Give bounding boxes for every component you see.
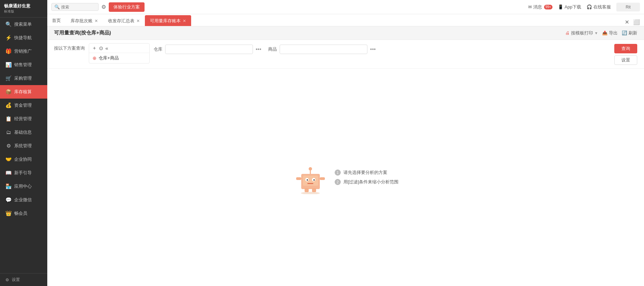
sidebar-item-label: 基础信息 <box>14 129 32 135</box>
message-button[interactable]: ✉ 消息 99+ <box>528 4 552 10</box>
topbar-search-box[interactable]: 🔍 <box>51 3 99 11</box>
sidebar-item-label: 库存核算 <box>14 89 32 95</box>
online-service-icon: 🎧 <box>587 4 592 9</box>
sidebar-item-label: 新手引导 <box>14 170 32 176</box>
goods-label: 商品 <box>268 46 277 52</box>
scheme-add-button[interactable]: ＋ <box>92 45 97 51</box>
sidebar-item-quick-nav[interactable]: ⚡ 快捷导航 <box>0 31 47 45</box>
setting-button[interactable]: 设置 <box>614 55 637 65</box>
brand-name: 畅康通好生意 <box>4 3 43 9</box>
app-download-button[interactable]: 📱 App下载 <box>558 4 581 10</box>
sidebar-item-purchase[interactable]: 🛒 采购管理 <box>0 72 47 85</box>
online-service-button[interactable]: 🎧 在线客服 <box>587 4 611 10</box>
sidebar-item-system[interactable]: ⚙ 系统管理 <box>0 139 47 153</box>
print-dropdown-icon[interactable]: ▼ <box>594 31 598 35</box>
tab-expand-button[interactable]: ⬜ <box>632 18 641 26</box>
warehouse-field-group: 仓库 ••• <box>154 45 261 54</box>
topbar-search-input[interactable] <box>61 5 95 9</box>
refresh-action[interactable]: 🔄 刷新 <box>622 30 637 36</box>
sidebar-item-member[interactable]: 👑 畅会员 <box>0 207 47 220</box>
scheme-collapse-button[interactable]: « <box>105 45 108 51</box>
goods-dots-button[interactable]: ••• <box>370 46 376 52</box>
sidebar-item-operations[interactable]: 📋 经营管理 <box>0 112 47 126</box>
empty-tip-2: 2 用[过滤]条件来缩小分析范围 <box>335 179 398 185</box>
weixin-icon: 💬 <box>5 197 11 203</box>
tab-close-button[interactable]: ✕ <box>623 18 630 26</box>
tip-text-1: 请先选择要分析的方案 <box>343 170 387 176</box>
trial-button[interactable]: 体验行业方案 <box>109 2 145 12</box>
finance-icon: 💰 <box>5 102 11 108</box>
svg-point-5 <box>313 179 315 181</box>
sidebar-item-search[interactable]: 🔍 搜索菜单 <box>0 18 47 31</box>
scheme-settings-button[interactable]: ⊙ <box>99 45 103 51</box>
svg-point-13 <box>301 192 320 194</box>
svg-rect-8 <box>320 177 325 180</box>
tab-collect-summary-label: 收发存汇总表 <box>108 18 134 24</box>
sidebar-item-enterprise[interactable]: 🤝 企业协同 <box>0 153 47 166</box>
scheme-item-warehouse-goods[interactable]: ⊕ 仓库+商品 <box>89 53 149 63</box>
sidebar-scroll: 🔍 搜索菜单 ⚡ 快捷导航 🎁 营销推广 📊 销售管理 🛒 采购管理 📦 库存核… <box>0 18 47 273</box>
filter-label: 按以下方案查询 <box>54 43 85 51</box>
export-action[interactable]: 📤 导出 <box>602 30 618 36</box>
sidebar-bottom[interactable]: ⚙ 设置 <box>0 273 47 286</box>
home-label: 首页 <box>52 18 61 24</box>
fields-area: 仓库 ••• 商品 ••• <box>154 43 610 54</box>
tabs-right-actions: ✕ ⬜ <box>621 18 644 26</box>
tab-batch-account[interactable]: 库存批次账 ✕ <box>66 15 103 26</box>
sidebar-item-label: 企业协同 <box>14 156 32 162</box>
tab-collect-summary-close[interactable]: ✕ <box>136 19 140 23</box>
topbar-search-icon: 🔍 <box>54 4 60 9</box>
topbar-gear-icon[interactable]: ⚙ <box>101 4 106 10</box>
goods-input[interactable] <box>280 45 367 54</box>
basic-icon: 🗂 <box>5 129 11 135</box>
query-button[interactable]: 查询 <box>614 44 637 53</box>
tab-available-qty[interactable]: 可用量库存账本 ✕ <box>145 15 191 26</box>
sidebar-item-marketing[interactable]: 🎁 营销推广 <box>0 45 47 58</box>
warehouse-input[interactable] <box>165 45 253 54</box>
print-label: 按模板打印 <box>571 30 593 36</box>
message-badge: 99+ <box>544 5 552 9</box>
svg-rect-9 <box>305 188 309 192</box>
sidebar-item-label: 采购管理 <box>14 75 32 81</box>
sidebar-item-label: 资金管理 <box>14 102 32 108</box>
online-service-label: 在线客服 <box>593 4 611 10</box>
sidebar-item-app-center[interactable]: 🏪 应用中心 <box>0 180 47 193</box>
print-action[interactable]: 🖨 按模板打印 ▼ <box>565 30 598 36</box>
sidebar-item-label: 应用中心 <box>14 183 32 189</box>
tip-num-2: 2 <box>335 179 341 185</box>
query-actions: 查询 设置 <box>614 43 637 65</box>
tip-num-1: 1 <box>335 170 341 176</box>
sidebar-item-inventory[interactable]: 📦 库存核算 <box>0 85 47 99</box>
scheme-item-label: 仓库+商品 <box>99 55 119 61</box>
svg-rect-10 <box>312 188 316 192</box>
page-header: 可用量查询(按仓库+商品) 🖨 按模板打印 ▼ 📤 导出 🔄 刷新 <box>47 26 644 40</box>
sidebar-item-finance[interactable]: 💰 资金管理 <box>0 99 47 112</box>
guide-icon: 📖 <box>5 170 11 176</box>
sidebar-item-weixin[interactable]: 💬 企业微信 <box>0 193 47 207</box>
topbar-right: ✉ 消息 99+ 📱 App下载 🎧 在线客服 Rit <box>528 3 640 11</box>
sidebar-item-sales[interactable]: 📊 销售管理 <box>0 58 47 72</box>
sidebar-item-label: 经营管理 <box>14 116 32 122</box>
svg-point-4 <box>307 179 308 181</box>
page-title: 可用量查询(按仓库+商品) <box>54 30 111 36</box>
warehouse-dots-button[interactable]: ••• <box>256 46 261 52</box>
inventory-icon: 📦 <box>5 89 11 95</box>
user-avatar[interactable]: Rit <box>616 3 640 11</box>
message-label: 消息 <box>533 4 542 10</box>
refresh-icon: 🔄 <box>622 30 627 35</box>
sidebar-item-basic[interactable]: 🗂 基础信息 <box>0 126 47 139</box>
sidebar-item-guide[interactable]: 📖 新手引导 <box>0 166 47 180</box>
export-icon: 📤 <box>602 30 608 35</box>
tip-text-2: 用[过滤]条件来缩小分析范围 <box>343 179 398 185</box>
sidebar: 畅康通好生意 标准版 🔍 搜索菜单 ⚡ 快捷导航 🎁 营销推广 📊 销售管理 🛒… <box>0 0 47 286</box>
tab-collect-summary[interactable]: 收发存汇总表 ✕ <box>103 15 145 26</box>
tab-batch-account-close[interactable]: ✕ <box>95 19 98 23</box>
tab-home[interactable]: 首页 <box>47 15 66 26</box>
page-header-actions: 🖨 按模板打印 ▼ 📤 导出 🔄 刷新 <box>565 30 637 36</box>
quick-nav-icon: ⚡ <box>5 35 11 41</box>
sidebar-header: 畅康通好生意 标准版 <box>0 0 47 18</box>
tab-available-qty-close[interactable]: ✕ <box>183 19 186 23</box>
goods-field-group: 商品 ••• <box>268 45 376 54</box>
user-name: Rit <box>626 5 631 9</box>
app-download-label: App下载 <box>565 4 581 10</box>
